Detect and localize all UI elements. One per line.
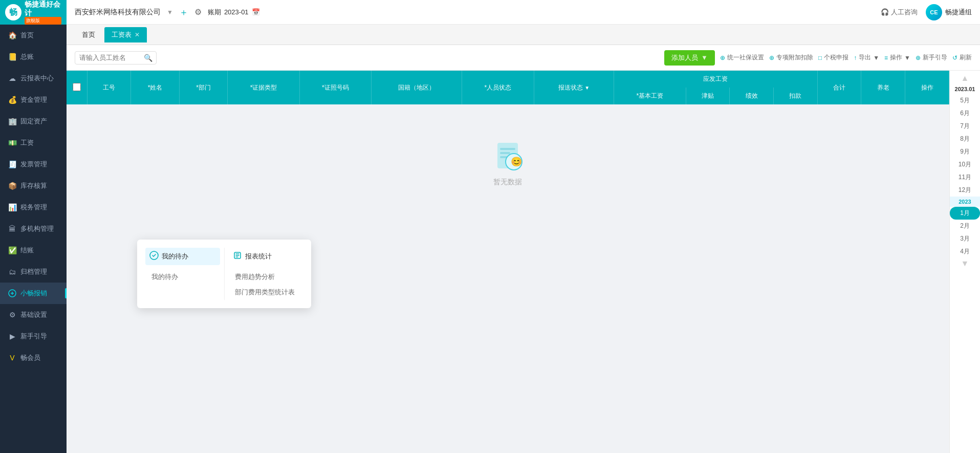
tab-home[interactable]: 首页 bbox=[75, 27, 102, 42]
salary-icon: 💵 bbox=[8, 139, 16, 147]
date-month-5[interactable]: 5月 bbox=[950, 94, 980, 107]
invoice-icon: 🧾 bbox=[8, 160, 16, 168]
date-month-6[interactable]: 6月 bbox=[950, 107, 980, 120]
sidebar-item-salary-label: 工资 bbox=[20, 138, 34, 147]
th-name: *姓名 bbox=[131, 71, 180, 104]
refresh-button[interactable]: ↺ 刷新 bbox=[952, 53, 972, 62]
popup-todo-item-1[interactable]: 我的待办 bbox=[145, 269, 220, 285]
th-id-number: *证照号码 bbox=[299, 71, 371, 104]
th-basic: *基本工资 bbox=[614, 88, 686, 104]
date-month-8[interactable]: 8月 bbox=[950, 133, 980, 145]
topbar: 西安虾米网络科技有限公司 ▼ ＋ ⚙ 账期 2023-01 📅 🎧 人工咨询 C… bbox=[67, 0, 980, 25]
date-month-12[interactable]: 12月 bbox=[950, 184, 980, 197]
date-month-9[interactable]: 9月 bbox=[950, 145, 980, 158]
search-input-wrapper: 🔍 bbox=[75, 51, 157, 64]
topbar-add-button[interactable]: ＋ bbox=[179, 6, 188, 18]
empty-state: 😊 暂无数据 bbox=[67, 104, 949, 218]
service-button[interactable]: 🎧 人工咨询 bbox=[881, 8, 918, 17]
special-deduction-label: 专项附加扣除 bbox=[776, 53, 813, 62]
date-month-3[interactable]: 3月 bbox=[950, 232, 980, 245]
salary-table: 工号 *姓名 *部门 *证据类型 *证照号码 国籍（地区） *人员状态 报送状态… bbox=[67, 71, 949, 218]
company-dropdown-icon[interactable]: ▼ bbox=[167, 9, 173, 16]
refresh-icon: ↺ bbox=[952, 54, 957, 61]
xiaochang-icon bbox=[8, 289, 16, 297]
social-insurance-button[interactable]: ⊕ 统一社保设置 bbox=[720, 53, 764, 62]
date-month-1-current[interactable]: 1月 bbox=[950, 207, 980, 220]
calendar-icon[interactable]: 📅 bbox=[252, 8, 260, 16]
popup-col-todo: 我的待办 我的待办 bbox=[145, 248, 220, 300]
popup-report-header[interactable]: 报表统计 bbox=[229, 248, 303, 265]
ledger-icon: 📒 bbox=[8, 53, 16, 61]
tab-home-label: 首页 bbox=[82, 30, 95, 39]
sidebar-item-multi-org[interactable]: 🏛 多机构管理 bbox=[0, 218, 67, 240]
cloud-icon: ☁ bbox=[8, 74, 16, 82]
service-icon: 🎧 bbox=[881, 8, 889, 16]
multi-org-icon: 🏛 bbox=[8, 225, 16, 233]
sidebar-item-salary[interactable]: 💵 工资 bbox=[0, 132, 67, 154]
refresh-label: 刷新 bbox=[960, 53, 972, 62]
sidebar-item-multi-org-label: 多机构管理 bbox=[20, 224, 54, 233]
sidebar-item-invoice[interactable]: 🧾 发票管理 bbox=[0, 154, 67, 175]
sidebar-item-fixed-assets-label: 固定资产 bbox=[20, 117, 47, 126]
th-dept: *部门 bbox=[179, 71, 228, 104]
sidebar-item-fund[interactable]: 💰 资金管理 bbox=[0, 89, 67, 111]
personal-tax-button[interactable]: □ 个税申报 bbox=[818, 53, 848, 62]
period-label: 账期 bbox=[208, 8, 221, 17]
sidebar-item-fixed-assets[interactable]: 🏢 固定资产 bbox=[0, 111, 67, 132]
sidebar-item-basic-settings-label: 基础设置 bbox=[20, 310, 47, 319]
th-checkbox bbox=[67, 71, 87, 104]
settlement-icon: ✅ bbox=[8, 246, 16, 254]
sidebar-item-archive[interactable]: 🗂 归档管理 bbox=[0, 261, 67, 283]
todo-icon bbox=[149, 251, 159, 262]
th-status: *人员状态 bbox=[462, 71, 534, 104]
special-deduction-button[interactable]: ⊕ 专项附加扣除 bbox=[769, 53, 813, 62]
sidebar-item-inventory[interactable]: 📦 库存核算 bbox=[0, 175, 67, 197]
new-guide-icon: ⊕ bbox=[916, 54, 921, 61]
date-month-7[interactable]: 7月 bbox=[950, 120, 980, 133]
table-header-row-1: 工号 *姓名 *部门 *证据类型 *证照号码 国籍（地区） *人员状态 报送状态… bbox=[67, 71, 949, 88]
tab-salary-table[interactable]: 工资表 ✕ bbox=[104, 27, 147, 42]
operations-button[interactable]: ≡ 操作 ▼ bbox=[884, 53, 910, 62]
sidebar-item-new-guide[interactable]: ▶ 新手引导 bbox=[0, 326, 67, 347]
th-report-status: 报送状态 ▼ bbox=[534, 71, 614, 104]
sidebar-item-tax[interactable]: 📊 税务管理 bbox=[0, 197, 67, 218]
sidebar-item-cloud-report[interactable]: ☁ 云报表中心 bbox=[0, 68, 67, 89]
popup-report-item-1[interactable]: 费用趋势分析 bbox=[229, 269, 303, 285]
date-nav-down[interactable]: ▼ bbox=[960, 258, 970, 269]
sidebar-item-home-label: 首页 bbox=[20, 31, 34, 40]
tab-close-icon[interactable]: ✕ bbox=[135, 31, 140, 38]
date-nav-up[interactable]: ▲ bbox=[960, 73, 970, 84]
toolbar: 🔍 添加人员 ▼ ⊕ 统一社保设置 ⊕ 专项附加扣除 □ 个税申报 bbox=[67, 45, 980, 71]
period-value: 2023-01 bbox=[224, 8, 249, 16]
sidebar-item-ledger[interactable]: 📒 总账 bbox=[0, 46, 67, 68]
date-month-4[interactable]: 4月 bbox=[950, 245, 980, 258]
date-year-2023: 2023 bbox=[950, 197, 980, 207]
report-icon bbox=[233, 251, 242, 262]
sidebar-item-cloud-label: 云报表中心 bbox=[20, 74, 54, 83]
add-person-label: 添加人员 bbox=[671, 53, 698, 62]
sidebar-item-basic-settings[interactable]: ⚙ 基础设置 bbox=[0, 304, 67, 326]
topbar-right: 🎧 人工咨询 CE 畅捷通组 bbox=[881, 4, 972, 20]
svg-rect-3 bbox=[500, 152, 510, 154]
date-month-10[interactable]: 10月 bbox=[950, 158, 980, 171]
tab-salary-label: 工资表 bbox=[112, 30, 132, 39]
new-guide-button[interactable]: ⊕ 新手引导 bbox=[916, 53, 947, 62]
user-menu[interactable]: CE 畅捷通组 bbox=[926, 4, 972, 20]
popup-report-item-2[interactable]: 部门费用类型统计表 bbox=[229, 285, 303, 300]
sidebar-item-settlement[interactable]: ✅ 结账 bbox=[0, 240, 67, 261]
add-person-button[interactable]: 添加人员 ▼ bbox=[664, 50, 715, 66]
popup-todo-header[interactable]: 我的待办 bbox=[145, 248, 220, 265]
sidebar-item-member[interactable]: V 畅会员 bbox=[0, 347, 67, 369]
search-icon[interactable]: 🔍 bbox=[144, 54, 153, 62]
sidebar-item-xiaochang[interactable]: 小畅报销 bbox=[0, 283, 67, 304]
sidebar-item-tax-label: 税务管理 bbox=[20, 203, 47, 212]
export-button[interactable]: ↑ 导出 ▼ bbox=[854, 53, 879, 62]
search-input[interactable] bbox=[79, 54, 141, 61]
popup-col-report: 报表统计 费用趋势分析 部门费用类型统计表 bbox=[229, 248, 303, 300]
select-all-checkbox[interactable] bbox=[73, 83, 81, 91]
export-arrow: ▼ bbox=[873, 54, 879, 61]
topbar-settings-button[interactable]: ⚙ bbox=[194, 7, 202, 17]
date-month-11[interactable]: 11月 bbox=[950, 171, 980, 184]
sidebar-item-home[interactable]: 🏠 首页 bbox=[0, 25, 67, 46]
date-month-2[interactable]: 2月 bbox=[950, 220, 980, 232]
